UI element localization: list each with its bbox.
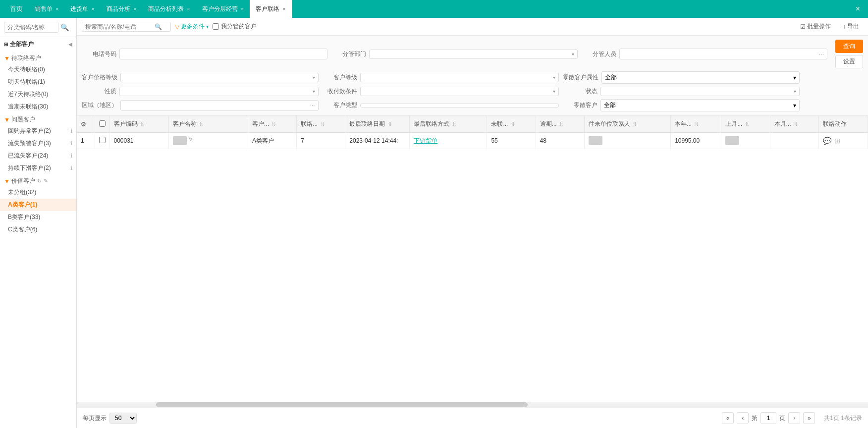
next-page-btn[interactable]: › bbox=[788, 412, 800, 424]
close-customer-segment[interactable]: × bbox=[241, 6, 244, 12]
td-actions: 💬 ⊞ bbox=[818, 133, 868, 149]
retail-attr-select[interactable]: 全部 ▾ bbox=[601, 71, 800, 84]
sidebar-all-customers[interactable]: ⊞ 全部客户 ◀ bbox=[0, 37, 76, 52]
sidebar-item-class-b[interactable]: B类客户(33) bbox=[0, 211, 76, 223]
customer-type-label: 客户类型 bbox=[323, 101, 357, 109]
filter-search-input[interactable] bbox=[85, 23, 155, 30]
sort-icon-level[interactable]: ⇅ bbox=[271, 121, 275, 127]
scroll-thumb[interactable] bbox=[156, 402, 528, 407]
payment-select[interactable]: ▾ bbox=[360, 87, 559, 96]
sidebar-item-7days[interactable]: 近7天待联络(0) bbox=[0, 88, 76, 101]
manager-input[interactable]: ··· bbox=[619, 49, 827, 59]
th-checkbox bbox=[95, 116, 109, 133]
th-not-contacted: 未联... ⇅ bbox=[487, 116, 536, 133]
sort-icon-code[interactable]: ⇅ bbox=[140, 121, 144, 127]
sidebar-item-today[interactable]: 今天待联络(0) bbox=[0, 63, 76, 76]
td-unit-contact bbox=[584, 133, 670, 149]
last-contact-way-link[interactable]: 下销货单 bbox=[414, 137, 437, 144]
close-sale-order[interactable]: × bbox=[55, 6, 58, 12]
sort-icon-last-month[interactable]: ⇅ bbox=[745, 121, 749, 127]
dept-select[interactable]: ▾ bbox=[369, 50, 577, 59]
sort-icon-contact-count[interactable]: ⇅ bbox=[321, 121, 325, 127]
close-purchase-order[interactable]: × bbox=[91, 6, 94, 12]
sort-icon-overdue[interactable]: ⇅ bbox=[559, 121, 563, 127]
nav-customer-contact[interactable]: 客户联络 × bbox=[250, 0, 291, 18]
sort-icon-date[interactable]: ⇅ bbox=[388, 121, 392, 127]
sidebar-search-icon[interactable]: 🔍 bbox=[60, 23, 69, 31]
sidebar-item-overdue[interactable]: 逾期未联络(30) bbox=[0, 101, 76, 113]
sort-icon-this-month[interactable]: ⇅ bbox=[794, 121, 798, 127]
status-select[interactable]: ▾ bbox=[600, 87, 800, 96]
sort-icon-not-contacted[interactable]: ⇅ bbox=[511, 121, 515, 127]
filter-search-icon[interactable]: 🔍 bbox=[155, 23, 162, 30]
td-last-contact-date: 2023-04-12 14:44: bbox=[345, 133, 410, 149]
nav-product-analysis-list[interactable]: 商品分析列表 × bbox=[142, 0, 196, 18]
sidebar-item-ungrouped[interactable]: 未分组(32) bbox=[0, 186, 76, 199]
region-select[interactable]: ··· bbox=[120, 100, 319, 111]
sidebar-item-tomorrow[interactable]: 明天待联络(1) bbox=[0, 76, 76, 88]
select-all-checkbox[interactable] bbox=[99, 120, 106, 127]
last-page-btn[interactable]: » bbox=[803, 412, 815, 424]
page-size-select[interactable]: 50 100 200 bbox=[109, 413, 137, 424]
customer-level-select[interactable]: ▾ bbox=[360, 73, 559, 82]
edit-icon[interactable]: ✎ bbox=[44, 178, 48, 184]
chat-icon[interactable]: 💬 bbox=[823, 137, 831, 145]
filter-bar: 🔍 ▽ 更多条件 ▾ 我分管的客户 ☑ 批量操作 ↑ 导出 bbox=[77, 18, 868, 36]
sidebar-item-repurchase-anomaly[interactable]: 回购异常客户(2) ℹ bbox=[0, 125, 76, 137]
region-field: 区域（地区） ··· bbox=[82, 100, 319, 111]
total-info: 共1页 1条记录 bbox=[824, 414, 862, 423]
my-customers-checkbox[interactable] bbox=[213, 23, 219, 30]
sort-icon-this-year[interactable]: ⇅ bbox=[695, 121, 699, 127]
close-product-analysis[interactable]: × bbox=[133, 6, 136, 12]
nav-purchase-order[interactable]: 进货单 × bbox=[64, 0, 100, 18]
first-page-btn[interactable]: « bbox=[722, 412, 734, 424]
settings-btn[interactable]: 设置 bbox=[835, 55, 863, 68]
filter-more-conditions[interactable]: ▽ 更多条件 ▾ bbox=[175, 22, 209, 31]
batch-op-btn[interactable]: ☑ 批量操作 bbox=[796, 21, 835, 32]
sidebar-item-class-c[interactable]: C类客户(6) bbox=[0, 223, 76, 236]
my-customers-filter: 我分管的客户 bbox=[213, 22, 257, 31]
retail-customer-select[interactable]: 全部 ▾ bbox=[600, 99, 800, 111]
nav-home[interactable]: 首页 bbox=[4, 0, 29, 18]
sidebar-item-declining[interactable]: 持续下滑客户(2) ℹ bbox=[0, 162, 76, 174]
name-placeholder-box bbox=[173, 136, 187, 145]
row-actions: 💬 ⊞ bbox=[823, 137, 864, 145]
main-layout: 🔍 ⊞ 全部客户 ◀ ▼ 待联络客户 今天待联络(0) 明天待联络(1) 近7天… bbox=[0, 18, 868, 428]
sort-icon-way[interactable]: ⇅ bbox=[452, 121, 456, 127]
sidebar-search-input[interactable] bbox=[4, 22, 58, 33]
filter-row-1: 电话号码 分管部门 ▾ 分管人员 ··· 查询 bbox=[82, 40, 863, 68]
export-btn[interactable]: ↑ 导出 bbox=[839, 21, 863, 32]
nature-field: 性质 ▾ bbox=[82, 87, 319, 96]
horizontal-scrollbar[interactable] bbox=[77, 402, 868, 408]
close-customer-contact[interactable]: × bbox=[282, 6, 285, 12]
prev-page-btn[interactable]: ‹ bbox=[737, 412, 749, 424]
sidebar-item-class-a[interactable]: A类客户(1) bbox=[0, 199, 76, 211]
sidebar-search-wrap: 🔍 bbox=[0, 18, 76, 37]
query-btn[interactable]: 查询 bbox=[835, 40, 863, 53]
customer-type-select[interactable] bbox=[360, 104, 559, 107]
nav-product-analysis[interactable]: 商品分析 × bbox=[101, 0, 142, 18]
nav-sale-order[interactable]: 销售单 × bbox=[29, 0, 64, 18]
close-product-analysis-list[interactable]: × bbox=[187, 6, 190, 12]
close-all-btn[interactable]: × bbox=[852, 4, 864, 13]
refresh-icon[interactable]: ↻ bbox=[37, 178, 42, 184]
nav-customer-segment[interactable]: 客户分层经营 × bbox=[196, 0, 250, 18]
collapse-icon[interactable]: ◀ bbox=[68, 42, 72, 47]
price-level-select[interactable]: ▾ bbox=[120, 73, 319, 82]
page-number-input[interactable] bbox=[760, 412, 776, 424]
nature-select[interactable]: ▾ bbox=[119, 87, 319, 96]
td-name: ? bbox=[169, 133, 248, 149]
sidebar-item-churned[interactable]: 已流失客户(24) ℹ bbox=[0, 150, 76, 162]
info-icon-3: ℹ bbox=[70, 153, 72, 159]
sort-icon-name[interactable]: ⇅ bbox=[199, 121, 203, 127]
row-checkbox[interactable] bbox=[99, 137, 106, 143]
sort-icon-unit[interactable]: ⇅ bbox=[633, 121, 637, 127]
dept-field: 分管部门 ▾ bbox=[331, 50, 577, 59]
pagination: « ‹ 第 页 › » 共1页 1条记录 bbox=[722, 412, 862, 424]
qr-icon[interactable]: ⊞ bbox=[834, 137, 840, 145]
col-settings-icon[interactable]: ⚙ bbox=[81, 121, 86, 128]
sidebar-item-churn-warning[interactable]: 流失预警客户(3) ℹ bbox=[0, 137, 76, 150]
phone-input[interactable] bbox=[119, 49, 327, 59]
customer-table: ⚙ 客户编码 ⇅ 客户名称 ⇅ bbox=[77, 116, 868, 149]
nature-caret: ▾ bbox=[313, 89, 315, 94]
